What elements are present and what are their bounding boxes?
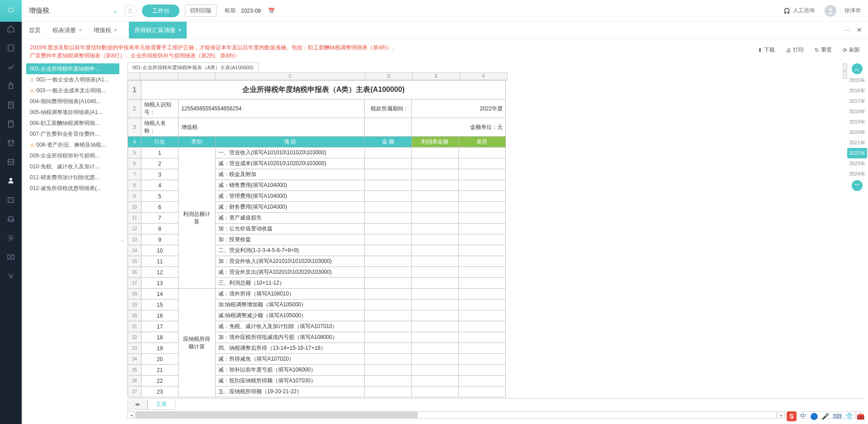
cell-value[interactable] [364, 148, 411, 158]
nav-settings-icon[interactable] [6, 233, 15, 243]
cell-item[interactable]: 加：境外应税所得抵减境内亏损（填写A108000） [215, 332, 364, 343]
cell-item[interactable]: 减：财务费用(填写A104000) [215, 202, 364, 213]
year-item[interactable]: 2022年 [847, 148, 867, 158]
cell-line[interactable]: 7 [141, 213, 178, 224]
cell-value[interactable] [458, 332, 505, 343]
nav-bag-icon[interactable] [6, 81, 15, 91]
cell-value[interactable] [458, 343, 505, 354]
close-icon[interactable]: × [79, 27, 82, 33]
year-item[interactable]: 2020年 [847, 127, 867, 138]
print-button[interactable]: 🖨 打印 [786, 46, 804, 54]
switch-old-version-button[interactable]: 切到旧版 [185, 5, 217, 17]
cell-value[interactable] [458, 169, 505, 180]
close-icon[interactable]: × [114, 27, 117, 33]
form-list-item[interactable]: 010-免税、减计收入及加计... [26, 161, 119, 172]
cell-value[interactable] [411, 213, 458, 224]
entity-selector[interactable]: 增值税 ⌄ [29, 6, 118, 15]
cell-item[interactable]: 四、纳税调整后所得（13-14+15-16-17+18） [215, 343, 364, 354]
cell-line[interactable]: 20 [141, 354, 178, 365]
cell-value[interactable] [411, 278, 458, 289]
sheet-name-tab[interactable]: 主表 [147, 399, 175, 410]
cell-item[interactable]: 减：管理费用(填写A104000) [215, 191, 364, 202]
cell-value[interactable] [411, 158, 458, 169]
cell-item[interactable]: 减：销售费用(填写A104000) [215, 180, 364, 191]
cell-line[interactable]: 22 [141, 376, 178, 386]
cell-value[interactable] [364, 256, 411, 267]
cell-item[interactable]: 减：营业成本(填写A102010\102020\103000) [215, 158, 364, 169]
cell-value[interactable] [458, 278, 505, 289]
nav-grid-icon[interactable] [6, 157, 15, 167]
sheet-tab[interactable]: 001-企业所得税年度纳税申报表（A类）主表(A100000) [127, 62, 259, 72]
form-list-item[interactable]: 005-纳税调整项目明细表(A1... [26, 107, 119, 118]
nav-tax-icon[interactable] [6, 176, 15, 186]
cell-item[interactable]: 减：抵扣应纳税所得额（填写A107030） [215, 376, 364, 386]
cell-value[interactable] [411, 376, 458, 386]
cell-value[interactable] [458, 289, 505, 300]
cell-value[interactable] [458, 310, 505, 321]
cell-value[interactable] [364, 169, 411, 180]
cell-item[interactable]: 减：资产减值损失 [215, 213, 364, 224]
cell-value[interactable] [458, 376, 505, 386]
cell-value[interactable] [364, 213, 411, 224]
cell-line[interactable]: 5 [141, 191, 178, 202]
spreadsheet[interactable]: 1企业所得税年度纳税申报表（A类）主表(A100000) 2 纳税人识别号： 1… [127, 80, 506, 397]
cell-value[interactable] [458, 158, 505, 169]
round-menu-button[interactable] [124, 5, 137, 17]
cell-item[interactable]: 减:纳税调整减少额（填写A105000） [215, 310, 364, 321]
form-list-item[interactable]: 006-职工薪酬纳税调整明细... [26, 118, 119, 129]
ime-skin-icon[interactable]: 👕 [845, 413, 853, 420]
cell-item[interactable]: 减：境外所得（填写A108010） [215, 289, 364, 300]
year-item[interactable]: 2021年 [847, 138, 867, 148]
cell-item[interactable]: 三、利润总额（10+11-12） [215, 278, 364, 289]
tab-tax-list[interactable]: 税表清册× [52, 22, 82, 38]
ime-lang-toggle[interactable]: 中 [800, 412, 807, 420]
form-list-item[interactable]: ⚠008-资产折旧、摊销及纳税... [26, 139, 119, 150]
cell-value[interactable] [411, 289, 458, 300]
cell-value[interactable] [458, 245, 505, 256]
ime-toolbox-icon[interactable]: 🧰 [857, 413, 864, 420]
cell-value[interactable] [458, 300, 505, 310]
cell-value[interactable] [364, 321, 411, 332]
cell-value[interactable] [458, 267, 505, 278]
cell-value[interactable] [364, 267, 411, 278]
cell-item[interactable]: 二、营业利润(1-2-3-4-5-6-7+8+9) [215, 245, 364, 256]
cell-value[interactable] [411, 354, 458, 365]
cell-value[interactable] [411, 300, 458, 310]
scroll-up-icon[interactable]: ︽ [852, 63, 863, 74]
cell-value[interactable] [364, 354, 411, 365]
cell-line[interactable]: 23 [141, 386, 178, 397]
cell-item[interactable]: 减：税金及附加 [215, 169, 364, 180]
cell-value[interactable] [364, 202, 411, 213]
cell-value[interactable] [411, 267, 458, 278]
year-item[interactable]: 2017年 [847, 96, 867, 106]
nav-home-icon[interactable] [6, 24, 15, 33]
refresh-button[interactable]: ⟳ 刷新 [843, 46, 860, 54]
cell-value[interactable] [458, 224, 505, 234]
year-item[interactable]: 2019年 [847, 117, 867, 127]
cell-value[interactable] [411, 234, 458, 245]
cell-value[interactable] [411, 191, 458, 202]
cell-item[interactable]: 加：投资收益 [215, 234, 364, 245]
cell-value[interactable] [364, 224, 411, 234]
year-item[interactable]: 2024年 [847, 169, 867, 179]
cell-line[interactable]: 18 [141, 332, 178, 343]
year-item[interactable]: 2015年 [847, 75, 867, 86]
year-item[interactable]: 2016年 [847, 86, 867, 96]
download-button[interactable]: ⬇ 下载 [758, 46, 775, 54]
cell-line[interactable]: 15 [141, 300, 178, 310]
cell-line[interactable]: 17 [141, 321, 178, 332]
ime-mic-icon[interactable]: 🎤 [821, 413, 829, 420]
cell-line[interactable]: 21 [141, 365, 178, 376]
workspace-button[interactable]: 工作台 [142, 5, 179, 17]
cell-value[interactable] [411, 202, 458, 213]
cell-value[interactable] [364, 234, 411, 245]
cell-value[interactable] [364, 343, 411, 354]
close-icon[interactable]: × [178, 27, 181, 33]
cell-item[interactable]: 加：营业外收入(填写A101010\101020\103000) [215, 256, 364, 267]
cell-value[interactable] [458, 202, 505, 213]
cell-value[interactable] [458, 321, 505, 332]
cell-value[interactable] [458, 354, 505, 365]
sogou-ime-icon[interactable]: S [787, 411, 797, 421]
tab-income-tax-settlement[interactable]: 所得税汇算清缴× [129, 22, 187, 38]
nav-chart-icon[interactable] [6, 62, 15, 71]
